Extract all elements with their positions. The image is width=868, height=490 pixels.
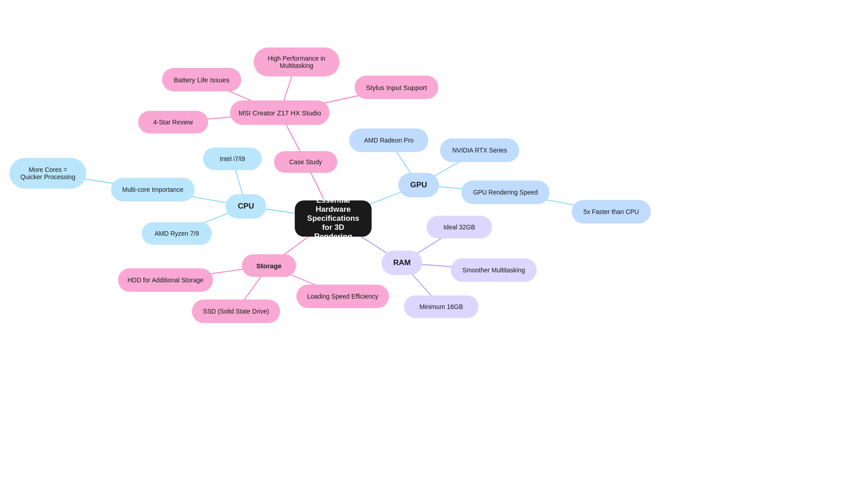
stylus-label: Stylus Input Support <box>366 84 427 91</box>
more-cores-label: More Cores = Quicker Processing <box>20 166 75 181</box>
minimum-16gb-node: Minimum 16GB <box>404 295 479 318</box>
battery-life-label: Battery Life Issues <box>174 76 229 84</box>
cpu-node: CPU <box>226 194 266 219</box>
storage-node: Storage <box>242 254 296 277</box>
amd-ryzen-label: AMD Ryzen 7/9 <box>155 230 199 237</box>
ram-node: RAM <box>382 251 422 275</box>
loading-speed-label: Loading Speed Efficiency <box>307 293 378 300</box>
stylus-node: Stylus Input Support <box>355 76 439 99</box>
multicore-node: Multi-core Importance <box>111 178 195 201</box>
high-perf-node: High Performance in Multitasking <box>254 48 340 76</box>
intel-label: Intel i7/i9 <box>220 155 245 162</box>
ram-label: RAM <box>393 258 411 267</box>
intel-node: Intel i7/i9 <box>203 147 262 170</box>
ssd-node: SSD (Solid State Drive) <box>192 300 280 323</box>
ssd-label: SSD (Solid State Drive) <box>203 308 269 315</box>
faster-cpu-label: 5x Faster than CPU <box>584 208 639 215</box>
hdd-node: HDD for Additional Storage <box>118 268 213 292</box>
faster-cpu-node: 5x Faster than CPU <box>572 200 651 224</box>
gpu-label: GPU <box>410 181 427 190</box>
amd-ryzen-node: AMD Ryzen 7/9 <box>142 222 212 245</box>
hdd-label: HDD for Additional Storage <box>127 276 203 284</box>
multicore-label: Multi-core Importance <box>122 186 183 193</box>
ideal-32gb-node: Ideal 32GB <box>427 216 492 238</box>
minimum-16gb-label: Minimum 16GB <box>420 303 463 310</box>
nvidia-label: NVIDIA RTX Series <box>452 147 507 154</box>
smoother-node: Smoother Multitasking <box>451 258 537 282</box>
more-cores-node: More Cores = Quicker Processing <box>9 158 86 189</box>
amd-radeon-label: AMD Radeon Pro <box>364 137 414 144</box>
case-study-node: Case Study <box>274 151 337 173</box>
center-node: Essential Hardware Specifications for 3D… <box>295 200 372 237</box>
ideal-32gb-label: Ideal 32GB <box>443 224 475 231</box>
loading-speed-node: Loading Speed Efficiency <box>297 285 389 308</box>
msi-node: MSI Creator Z17 HX Studio <box>230 100 330 125</box>
amd-radeon-node: AMD Radeon Pro <box>349 128 429 152</box>
cpu-label: CPU <box>238 202 254 211</box>
nvidia-node: NVIDIA RTX Series <box>440 138 519 162</box>
gpu-rendering-label: GPU Rendering Speed <box>473 189 538 196</box>
gpu-rendering-node: GPU Rendering Speed <box>462 181 550 204</box>
case-study-label: Case Study <box>289 158 322 166</box>
gpu-node: GPU <box>398 173 439 197</box>
center-label: Essential Hardware Specifications for 3D… <box>302 196 364 241</box>
smoother-label: Smoother Multitasking <box>462 266 525 274</box>
four-star-node: 4-Star Review <box>138 111 208 133</box>
high-perf-label: High Performance in Multitasking <box>268 55 326 69</box>
msi-label: MSI Creator Z17 HX Studio <box>239 109 321 117</box>
storage-label: Storage <box>256 262 282 270</box>
battery-life-node: Battery Life Issues <box>162 68 241 91</box>
four-star-label: 4-Star Review <box>153 119 193 126</box>
